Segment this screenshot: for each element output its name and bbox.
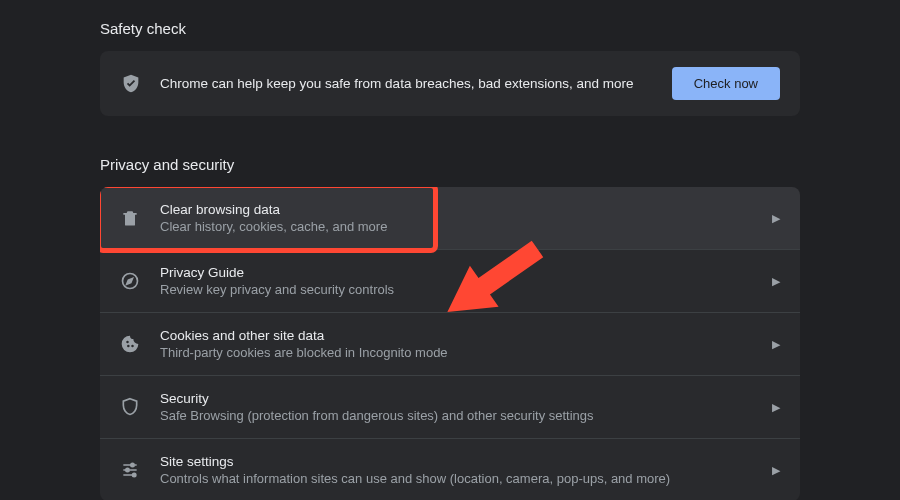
row-title: Privacy Guide (160, 265, 752, 280)
row-desc: Controls what information sites can use … (160, 471, 752, 486)
chevron-right-icon: ▶ (772, 338, 780, 351)
clear-browsing-data-row[interactable]: Clear browsing data Clear history, cooki… (100, 187, 800, 250)
shield-icon (120, 397, 140, 417)
chevron-right-icon: ▶ (772, 401, 780, 414)
privacy-security-list: Clear browsing data Clear history, cooki… (100, 187, 800, 500)
privacy-guide-row[interactable]: Privacy Guide Review key privacy and sec… (100, 250, 800, 313)
row-desc: Review key privacy and security controls (160, 282, 752, 297)
safety-check-title: Safety check (100, 20, 800, 37)
row-title: Site settings (160, 454, 752, 469)
row-title: Cookies and other site data (160, 328, 752, 343)
svg-point-3 (133, 473, 136, 476)
row-desc: Third-party cookies are blocked in Incog… (160, 345, 752, 360)
chevron-right-icon: ▶ (772, 212, 780, 225)
safety-check-text: Chrome can help keep you safe from data … (160, 76, 654, 91)
sliders-icon (120, 460, 140, 480)
row-title: Clear browsing data (160, 202, 752, 217)
security-row[interactable]: Security Safe Browsing (protection from … (100, 376, 800, 439)
row-desc: Safe Browsing (protection from dangerous… (160, 408, 752, 423)
safety-check-card: Chrome can help keep you safe from data … (100, 51, 800, 116)
row-desc: Clear history, cookies, cache, and more (160, 219, 752, 234)
cookies-row[interactable]: Cookies and other site data Third-party … (100, 313, 800, 376)
svg-point-1 (131, 463, 134, 466)
trash-icon (120, 208, 140, 228)
row-title: Security (160, 391, 752, 406)
cookie-icon (120, 334, 140, 354)
chevron-right-icon: ▶ (772, 464, 780, 477)
privacy-security-title: Privacy and security (100, 156, 800, 173)
site-settings-row[interactable]: Site settings Controls what information … (100, 439, 800, 500)
shield-check-icon (120, 73, 142, 95)
compass-icon (120, 271, 140, 291)
chevron-right-icon: ▶ (772, 275, 780, 288)
check-now-button[interactable]: Check now (672, 67, 780, 100)
svg-point-2 (126, 468, 129, 471)
